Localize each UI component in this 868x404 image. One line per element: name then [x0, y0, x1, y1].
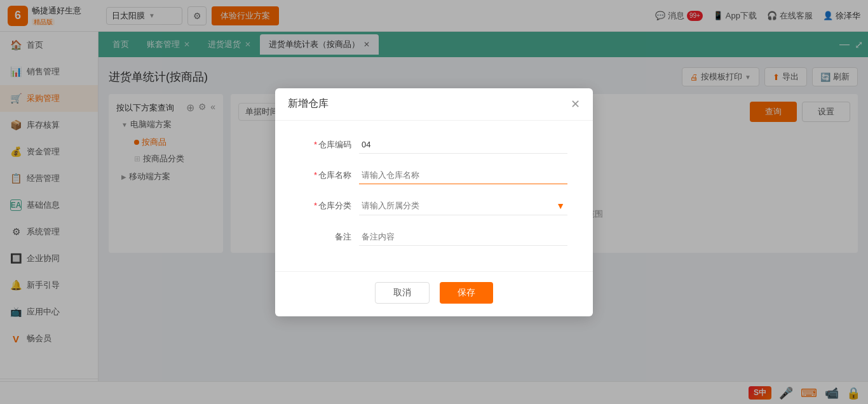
modal-header: 新增仓库 ✕ — [275, 88, 593, 121]
modal-close-btn[interactable]: ✕ — [571, 97, 580, 111]
category-input[interactable] — [362, 201, 556, 210]
save-button[interactable]: 保存 — [440, 282, 493, 304]
warehouse-note-input[interactable] — [359, 228, 567, 246]
modal-title: 新增仓库 — [288, 97, 329, 111]
warehouse-name-input[interactable] — [359, 166, 567, 184]
modal-overlay[interactable]: 新增仓库 ✕ *仓库编码 *仓库名称 *仓库分类 — [0, 0, 868, 404]
code-label: *仓库编码 — [301, 139, 351, 151]
code-required: * — [314, 140, 317, 149]
cancel-button[interactable]: 取消 — [375, 282, 430, 304]
category-label: *仓库分类 — [301, 200, 351, 212]
name-required: * — [314, 170, 317, 180]
modal-body: *仓库编码 *仓库名称 *仓库分类 ▼ — [275, 121, 593, 271]
form-row-note: 备注 — [301, 228, 567, 246]
new-warehouse-modal: 新增仓库 ✕ *仓库编码 *仓库名称 *仓库分类 — [275, 88, 593, 316]
category-dropdown-arrow: ▼ — [556, 201, 565, 211]
category-required: * — [314, 201, 317, 210]
modal-footer: 取消 保存 — [275, 271, 593, 316]
warehouse-code-input[interactable] — [359, 136, 567, 154]
form-row-category: *仓库分类 ▼ — [301, 197, 567, 215]
form-row-name: *仓库名称 — [301, 166, 567, 184]
warehouse-category-select[interactable]: ▼ — [359, 197, 567, 215]
name-label: *仓库名称 — [301, 170, 351, 181]
form-row-code: *仓库编码 — [301, 136, 567, 154]
note-label: 备注 — [301, 231, 351, 243]
